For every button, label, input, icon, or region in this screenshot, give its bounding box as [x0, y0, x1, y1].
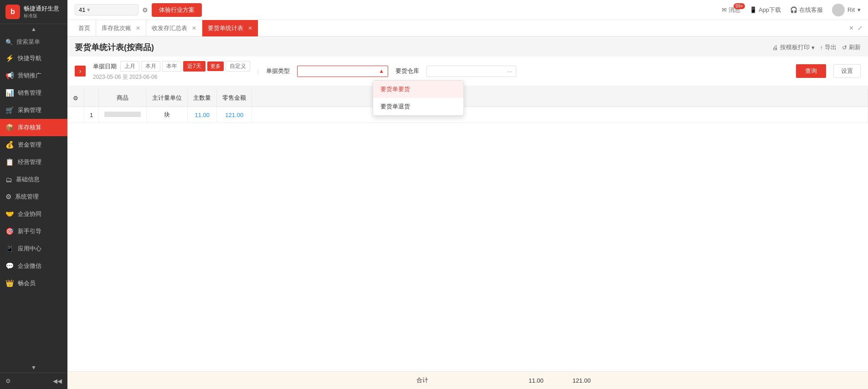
date-btn-last-month[interactable]: 上月: [120, 61, 139, 72]
sidebar-scroll-up[interactable]: ▲: [0, 24, 67, 34]
tab-receivable-summary-close[interactable]: ✕: [192, 25, 196, 31]
tab-receivable-summary-label: 收发存汇总表: [152, 24, 187, 32]
sidebar-item-system[interactable]: ⚙ 系统管理: [0, 188, 67, 205]
date-btn-this-month[interactable]: 本月: [141, 61, 160, 72]
collab-icon: 🤝: [5, 210, 14, 218]
app-download-icon: 📱: [750, 6, 757, 13]
logo-icon: b: [5, 5, 20, 19]
sidebar-item-member[interactable]: 👑 畅会员: [0, 275, 67, 292]
tab-close-all-icon[interactable]: ✕: [849, 25, 854, 31]
refresh-btn[interactable]: ↺ 刷新: [842, 43, 861, 51]
row-unit: 块: [147, 107, 188, 123]
filter-warehouse-input[interactable]: ···: [426, 66, 516, 77]
footer-quantity: 11.00: [514, 377, 559, 384]
message-btn[interactable]: ✉ 消息 99+: [722, 6, 740, 14]
page-actions: 🖨 按模板打印 ▾ ↑ 导出 ↺ 刷新: [772, 43, 861, 51]
user-menu[interactable]: Rit ▾: [832, 4, 861, 16]
sidebar-item-apps[interactable]: 📱 应用中心: [0, 240, 67, 257]
tab-home-label: 首页: [78, 24, 90, 32]
topbar: 41 ▾ ⚙ 体验行业方案 ✉ 消息 99+ 📱 App下载 🎧 在线客服 R: [67, 0, 868, 20]
row-quantity[interactable]: 11.00: [188, 107, 217, 123]
sidebar-bottom: ⚙ ◀◀: [0, 373, 67, 389]
row-amount[interactable]: 121.00: [217, 107, 252, 123]
headset-icon: 🎧: [790, 6, 797, 13]
tab-batch-account-close[interactable]: ✕: [136, 25, 140, 31]
date-btn-this-year[interactable]: 本年: [162, 61, 181, 72]
table-footer: 合计 11.00 121.00: [67, 371, 868, 389]
dropdown-item-order-goods[interactable]: 要货单要货: [373, 81, 463, 98]
inventory-icon: 📦: [5, 123, 14, 132]
quantity-link[interactable]: 11.00: [195, 112, 210, 118]
date-btn-7days[interactable]: 近7天: [183, 61, 205, 72]
export-btn[interactable]: ↑ 导出: [820, 43, 837, 51]
tab-batch-account[interactable]: 库存批次账 ✕: [96, 20, 146, 36]
sidebar-search[interactable]: 🔍 搜索菜单: [0, 34, 67, 50]
app-download-btn[interactable]: 📱 App下载: [750, 6, 781, 14]
date-label: 单据日期: [93, 62, 117, 71]
user-dropdown-icon: ▾: [858, 6, 861, 13]
sidebar-item-basic[interactable]: 🗂 基础信息: [0, 171, 67, 188]
purchase-icon: 🛒: [5, 106, 14, 114]
th-unit: 主计量单位: [147, 89, 188, 107]
tab-expand-icon[interactable]: ⤢: [858, 25, 863, 31]
sidebar-item-marketing[interactable]: 📢 营销推广: [0, 67, 67, 84]
guide-icon: 🎯: [5, 227, 14, 235]
warehouse-more-icon[interactable]: ···: [507, 68, 512, 75]
type-label: 单据类型: [266, 67, 290, 75]
topbar-search-box[interactable]: 41 ▾: [75, 4, 139, 15]
tabbar: 首页 库存批次账 ✕ 收发存汇总表 ✕ 要货单统计表 ✕ ✕ ⤢: [67, 20, 868, 36]
sidebar-search-label: 搜索菜单: [16, 38, 40, 46]
warehouse-input-field[interactable]: [431, 68, 507, 75]
topbar-right: ✉ 消息 99+ 📱 App下载 🎧 在线客服 Rit ▾: [722, 4, 861, 16]
finance-icon: 💰: [5, 141, 14, 149]
amount-link[interactable]: 121.00: [225, 112, 243, 118]
marketing-icon: 📢: [5, 72, 14, 80]
topbar-left: 41 ▾ ⚙ 体验行业方案: [75, 3, 202, 17]
date-btn-custom[interactable]: 自定义: [226, 61, 250, 72]
th-settings[interactable]: ⚙: [67, 89, 84, 107]
filter-area: › 单据日期 上月 本月 本年 近7天 更多 自定义 2023-05-06 至 …: [67, 56, 868, 86]
tab-home[interactable]: 首页: [73, 20, 96, 36]
tab-order-summary[interactable]: 要货单统计表 ✕: [202, 20, 258, 36]
sidebar-item-label: 销售管理: [18, 89, 41, 97]
filter-date-group: 单据日期 上月 本月 本年 近7天 更多 自定义 2023-05-06 至 20…: [93, 61, 250, 81]
dropdown-item-order-return[interactable]: 要货单退货: [373, 98, 463, 115]
filter-separator: |: [257, 68, 259, 75]
type-input-field[interactable]: [301, 68, 379, 75]
filter-expand-btn[interactable]: ›: [75, 66, 86, 77]
main-area: 41 ▾ ⚙ 体验行业方案 ✉ 消息 99+ 📱 App下载 🎧 在线客服 R: [67, 0, 868, 389]
print-template-btn[interactable]: 🖨 按模板打印 ▾: [772, 43, 815, 51]
sidebar-settings-icon[interactable]: ⚙: [5, 378, 11, 384]
date-btn-more[interactable]: 更多: [207, 61, 224, 71]
topbar-gear-icon[interactable]: ⚙: [142, 6, 148, 14]
sidebar-scroll-down[interactable]: ▼: [0, 363, 67, 373]
sidebar-item-sales[interactable]: 📊 销售管理: [0, 84, 67, 102]
online-service-btn[interactable]: 🎧 在线客服: [790, 6, 823, 14]
sidebar-item-purchase[interactable]: 🛒 采购管理: [0, 102, 67, 119]
type-dropdown-arrow-up[interactable]: ▲: [379, 68, 384, 74]
sidebar-item-wechat[interactable]: 💬 企业微信: [0, 257, 67, 275]
sidebar-item-collab[interactable]: 🤝 企业协同: [0, 205, 67, 223]
sidebar-item-guide[interactable]: 🎯 新手引导: [0, 223, 67, 240]
tab-order-summary-close[interactable]: ✕: [248, 25, 252, 31]
page-title: 要货单统计表(按商品): [75, 42, 154, 53]
settings-btn[interactable]: 设置: [833, 64, 861, 78]
sidebar-item-quick-nav[interactable]: ⚡ 快捷导航: [0, 50, 67, 67]
tab-receivable-summary[interactable]: 收发存汇总表 ✕: [146, 20, 202, 36]
logo-app-name: 畅捷通好生意: [24, 5, 59, 13]
message-icon: ✉: [722, 6, 727, 13]
export-icon: ↑: [820, 44, 823, 51]
user-name: Rit: [847, 6, 855, 13]
data-table: ⚙ 商品 主计量单位 主数量 零售金额 1: [67, 89, 868, 123]
topbar-search-dropdown-icon[interactable]: ▾: [87, 6, 90, 13]
filter-type-input[interactable]: ▲: [297, 66, 388, 77]
th-quantity: 主数量: [188, 89, 217, 107]
system-icon: ⚙: [5, 193, 11, 201]
sidebar-item-operations[interactable]: 📋 经营管理: [0, 154, 67, 171]
sidebar-item-finance[interactable]: 💰 资金管理: [0, 136, 67, 154]
query-btn[interactable]: 查询: [796, 64, 826, 78]
sidebar-collapse-icon[interactable]: ◀◀: [53, 378, 62, 384]
industry-btn[interactable]: 体验行业方案: [152, 3, 202, 17]
sidebar-item-inventory[interactable]: 📦 库存核算: [0, 119, 67, 136]
sidebar-item-label: 应用中心: [18, 245, 41, 253]
